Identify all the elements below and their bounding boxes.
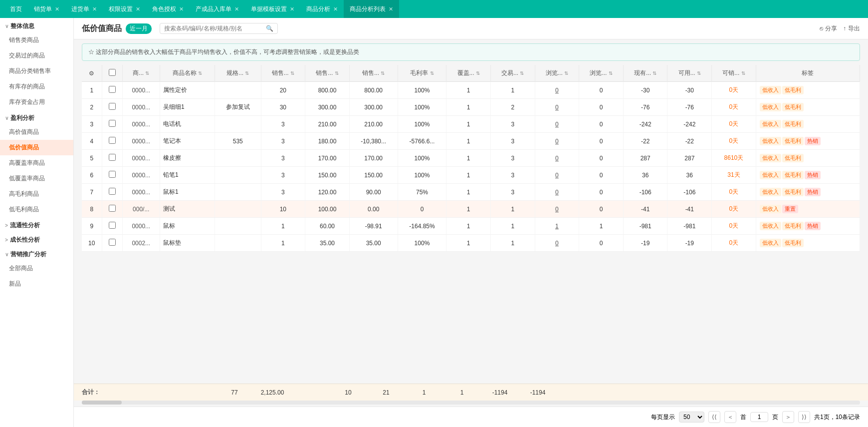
row-select-checkbox[interactable] [109, 137, 116, 144]
sidebar-item-high-coverage[interactable]: 高覆盖率商品 [0, 155, 73, 171]
browse1-value[interactable]: 0 [555, 104, 559, 111]
browse1-value[interactable]: 0 [555, 155, 559, 162]
row-browse1[interactable]: 0 [535, 235, 579, 252]
col-spec-header[interactable]: 规格... ⇅ [215, 65, 261, 82]
row-select-checkbox[interactable] [109, 171, 116, 178]
nav-close-icon[interactable]: ✕ [92, 6, 97, 12]
browse1-value[interactable]: 0 [555, 87, 559, 94]
nav-purchase-order[interactable]: 进货单 ✕ [65, 0, 103, 18]
nav-close-icon[interactable]: ✕ [234, 6, 239, 12]
row-select-checkbox[interactable] [109, 239, 116, 246]
select-all-checkbox[interactable] [109, 69, 116, 76]
row-checkbox[interactable] [102, 167, 122, 184]
table-container[interactable]: ⚙ 商... ⇅ 商品名称 ⇅ 规格... ⇅ 销售... ⇅ 销售... ⇅ … [74, 65, 868, 384]
nav-product-analysis-list[interactable]: 商品分析列表 ✕ [344, 0, 399, 18]
col-code-header[interactable]: 商... ⇅ [122, 65, 160, 82]
col-gear[interactable]: ⚙ [82, 65, 102, 82]
nav-close-icon[interactable]: ✕ [55, 6, 59, 12]
browse1-value[interactable]: 0 [555, 206, 559, 213]
sidebar-item-low-coverage[interactable]: 低覆盖率商品 [0, 171, 73, 186]
sidebar-item-category-sales-rate[interactable]: 商品分类销售率 [0, 63, 73, 79]
page-first-btn[interactable]: ⟨⟨ [708, 411, 720, 423]
sidebar-item-all-goods[interactable]: 全部商品 [0, 261, 73, 276]
col-browse1-header[interactable]: 浏览... ⇅ [535, 65, 579, 82]
nav-template-settings[interactable]: 单据模板设置 ✕ [245, 0, 300, 18]
col-sale3-header[interactable]: 销售... ⇅ [349, 65, 398, 82]
browse1-value[interactable]: 0 [555, 138, 559, 145]
time-badge[interactable]: 近一月 [126, 23, 152, 34]
row-select-checkbox[interactable] [109, 103, 116, 110]
sidebar-item-stock-goods[interactable]: 有库存的商品 [0, 79, 73, 94]
sidebar-item-stock-capital[interactable]: 库存资金占用 [0, 94, 73, 110]
row-checkbox[interactable] [102, 99, 122, 116]
page-input[interactable] [750, 412, 768, 422]
sidebar-group-liquidity[interactable]: > 流通性分析 [0, 217, 73, 232]
row-checkbox[interactable] [102, 133, 122, 150]
row-browse1[interactable]: 0 [535, 82, 579, 99]
col-margin-header[interactable]: 毛利率 ⇅ [398, 65, 446, 82]
row-select-checkbox[interactable] [109, 86, 116, 93]
browse1-value[interactable]: 0 [555, 121, 559, 128]
browse1-value[interactable]: 0 [555, 189, 559, 196]
export-button[interactable]: ↑ 导出 [843, 24, 860, 33]
share-button[interactable]: ⎋ 分享 [820, 24, 837, 33]
row-browse1[interactable]: 0 [535, 116, 579, 133]
horizontal-scrollbar[interactable] [82, 401, 860, 405]
row-checkbox[interactable] [102, 235, 122, 252]
sidebar-item-low-value[interactable]: 低价值商品 [0, 140, 73, 155]
row-select-checkbox[interactable] [109, 120, 116, 127]
row-checkbox[interactable] [102, 116, 122, 133]
col-name-header[interactable]: 商品名称 ⇅ [160, 65, 215, 82]
sidebar-group-profit[interactable]: ∨ 盈利分析 [0, 110, 73, 124]
row-checkbox[interactable] [102, 218, 122, 235]
col-browse2-header[interactable]: 浏览... ⇅ [579, 65, 624, 82]
nav-role-auth[interactable]: 角色授权 ✕ [146, 0, 190, 18]
nav-sales-order[interactable]: 销货单 ✕ [28, 0, 65, 18]
col-cover-header[interactable]: 覆盖... ⇅ [446, 65, 491, 82]
nav-close-icon[interactable]: ✕ [333, 6, 338, 12]
row-browse1[interactable]: 0 [535, 167, 579, 184]
sidebar-item-high-value[interactable]: 高价值商品 [0, 124, 73, 140]
search-input[interactable] [164, 25, 264, 32]
page-next-btn[interactable]: ＞ [782, 411, 794, 423]
nav-home[interactable]: 首页 [4, 0, 28, 18]
col-trade-header[interactable]: 交易... ⇅ [490, 65, 535, 82]
col-saleable-header[interactable]: 可销... ⇅ [712, 65, 756, 82]
nav-close-icon[interactable]: ✕ [389, 6, 393, 12]
page-prev-btn[interactable]: ＜ [724, 411, 736, 423]
nav-close-icon[interactable]: ✕ [136, 6, 140, 12]
row-checkbox[interactable] [102, 82, 122, 99]
browse1-value[interactable]: 1 [555, 223, 559, 230]
nav-close-icon[interactable]: ✕ [290, 6, 294, 12]
page-last-btn[interactable]: ⟩⟩ [798, 411, 810, 423]
row-select-checkbox[interactable] [109, 222, 116, 229]
sidebar-item-high-margin[interactable]: 高毛利商品 [0, 186, 73, 202]
sidebar-item-traded-goods[interactable]: 交易过的商品 [0, 48, 73, 63]
row-browse1[interactable]: 0 [535, 99, 579, 116]
row-select-checkbox[interactable] [109, 188, 116, 195]
row-checkbox[interactable] [102, 184, 122, 201]
col-sale2-header[interactable]: 销售... ⇅ [305, 65, 350, 82]
sidebar-group-marketing[interactable]: ∨ 营销推广分析 [0, 246, 73, 261]
row-checkbox[interactable] [102, 201, 122, 218]
browse1-value[interactable]: 0 [555, 172, 559, 179]
sidebar-item-sales-goods[interactable]: 销售类商品 [0, 32, 73, 48]
row-browse1[interactable]: 1 [535, 218, 579, 235]
page-size-select[interactable]: 50 100 200 [679, 412, 704, 423]
col-stock1-header[interactable]: 现有... ⇅ [623, 65, 667, 82]
nav-product-analysis[interactable]: 商品分析 ✕ [300, 0, 344, 18]
row-browse1[interactable]: 0 [535, 201, 579, 218]
sidebar-group-overview[interactable]: ∨ 整体信息 [0, 18, 73, 32]
nav-permission[interactable]: 权限设置 ✕ [103, 0, 146, 18]
row-select-checkbox[interactable] [109, 154, 116, 161]
nav-product-stock[interactable]: 产成品入库单 ✕ [190, 0, 245, 18]
search-icon[interactable]: 🔍 [266, 25, 273, 32]
nav-close-icon[interactable]: ✕ [179, 6, 184, 12]
col-stock2-header[interactable]: 可用... ⇅ [667, 65, 712, 82]
row-select-checkbox[interactable] [109, 205, 116, 212]
gear-icon[interactable]: ⚙ [89, 70, 94, 77]
col-sale1-header[interactable]: 销售... ⇅ [261, 65, 305, 82]
row-browse1[interactable]: 0 [535, 184, 579, 201]
row-browse1[interactable]: 0 [535, 133, 579, 150]
row-browse1[interactable]: 0 [535, 150, 579, 167]
